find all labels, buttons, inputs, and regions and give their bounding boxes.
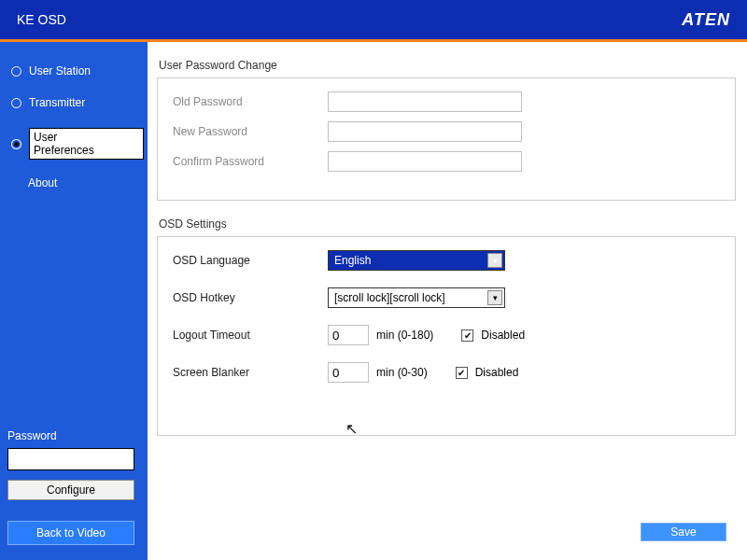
sidebar-sub-label: About [28,176,57,189]
osd-hotkey-label: OSD Hotkey [173,291,328,304]
osd-hotkey-value: [scroll lock][scroll lock] [334,291,445,304]
password-change-panel: Old Password New Password Confirm Passwo… [157,77,736,201]
osd-language-value: English [334,254,371,267]
old-password-input[interactable] [328,91,522,112]
osd-settings-panel: OSD Language English ▾ OSD Hotkey [scrol… [157,236,736,436]
confirm-password-label: Confirm Password [173,155,328,168]
sidebar-sub-about[interactable]: About [28,173,148,193]
sidebar-item-label: User Station [29,64,91,77]
save-button[interactable]: Save [641,523,726,541]
titlebar: KE OSD ATEN [0,0,747,39]
chevron-down-icon: ▾ [487,253,502,268]
screen-blanker-suffix: min (0-30) [376,366,428,379]
sidebar-item-label: Transmitter [29,96,85,109]
sidebar-item-user-preferences[interactable]: User Preferences [7,122,148,165]
chevron-down-icon: ▾ [487,290,502,305]
password-input[interactable] [7,448,134,470]
radio-icon [11,98,21,108]
logout-timeout-input[interactable] [328,325,369,345]
blanker-disabled-checkbox[interactable]: ✔ [456,367,468,379]
app-title: KE OSD [17,12,66,27]
sidebar-item-label: User Preferences [29,128,144,160]
section-title-osd: OSD Settings [159,217,736,231]
new-password-input[interactable] [328,121,522,142]
radio-icon [11,139,21,149]
sidebar-item-transmitter[interactable]: Transmitter [7,91,148,115]
section-title-password: User Password Change [159,59,736,72]
password-label: Password [7,429,140,442]
back-to-video-button[interactable]: Back to Video [7,521,134,545]
osd-language-label: OSD Language [173,254,328,267]
configure-button[interactable]: Configure [7,480,134,500]
logout-timeout-suffix: min (0-180) [376,329,433,342]
main-content: User Password Change Old Password New Pa… [148,42,747,560]
logout-disabled-checkbox[interactable]: ✔ [461,329,473,342]
screen-blanker-label: Screen Blanker [173,366,328,379]
sidebar: User Station Transmitter User Preference… [0,42,148,560]
logout-disabled-label: Disabled [481,329,525,342]
logout-timeout-label: Logout Timeout [173,329,328,342]
old-password-label: Old Password [173,95,328,108]
radio-icon [11,66,21,77]
osd-hotkey-select[interactable]: [scroll lock][scroll lock] ▾ [328,287,505,308]
new-password-label: New Password [173,125,328,138]
confirm-password-input[interactable] [328,151,522,172]
blanker-disabled-label: Disabled [475,366,519,379]
brand-logo: ATEN [682,10,730,30]
sidebar-item-user-station[interactable]: User Station [7,59,148,83]
screen-blanker-input[interactable] [328,362,369,383]
osd-language-select[interactable]: English ▾ [328,250,505,271]
